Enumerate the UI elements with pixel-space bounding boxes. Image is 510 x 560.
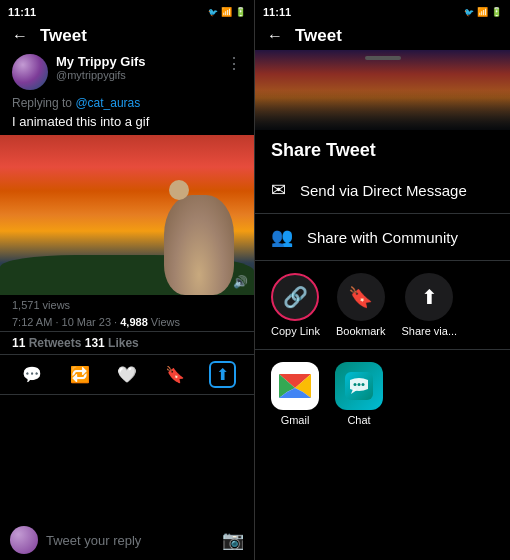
left-tweet-author: My Trippy Gifs @mytrippygifs ⋮	[0, 50, 254, 94]
copy-link-label: Copy Link	[271, 325, 320, 337]
volume-icon[interactable]: 🔊	[233, 275, 248, 289]
reply-placeholder[interactable]: Tweet your reply	[46, 533, 214, 548]
right-battery-icon: 🔋	[491, 7, 502, 17]
send-dm-option[interactable]: ✉ Send via Direct Message	[255, 169, 510, 211]
bookmark-item[interactable]: 🔖 Bookmark	[336, 273, 386, 337]
copy-link-circle: 🔗	[271, 273, 319, 321]
left-avatar-image	[12, 54, 48, 90]
share-community-option[interactable]: 👥 Share with Community	[255, 216, 510, 258]
retweet-button[interactable]: 🔁	[66, 361, 94, 388]
left-reply-to: Replying to @cat_auras	[0, 94, 254, 112]
share-icons-row: 🔗 Copy Link 🔖 Bookmark ⬆ Share via...	[255, 263, 510, 347]
drag-handle	[365, 56, 401, 60]
left-author-name: My Trippy Gifs	[56, 54, 218, 69]
share-divider-3	[255, 349, 510, 350]
left-stats: 11 Retweets 131 Likes	[0, 331, 254, 355]
right-status-bar: 11:11 🐦 📶 🔋	[255, 0, 510, 22]
community-label: Share with Community	[307, 229, 458, 246]
left-panel: 11:11 🐦 📶 🔋 ← Tweet My Trippy Gifs @mytr…	[0, 0, 255, 560]
chat-item[interactable]: Chat	[335, 362, 383, 426]
left-action-bar: 💬 🔁 🤍 🔖 ⬆	[0, 355, 254, 395]
share-divider-2	[255, 260, 510, 261]
dm-label: Send via Direct Message	[300, 182, 467, 199]
left-timestamp: 7:12 AM · 10 Mar 23 · 4,988 Views	[0, 315, 254, 329]
copy-link-item[interactable]: 🔗 Copy Link	[271, 273, 320, 337]
left-back-button[interactable]: ←	[12, 27, 28, 45]
right-tweet-preview	[255, 50, 510, 130]
community-icon: 👥	[271, 226, 293, 248]
battery-icon: 🔋	[235, 7, 246, 17]
svg-point-9	[362, 383, 365, 386]
left-page-title: Tweet	[40, 26, 87, 46]
right-panel: 11:11 🐦 📶 🔋 ← Tweet Share Tweet ✉ Send v…	[255, 0, 510, 560]
right-back-button[interactable]: ←	[267, 27, 283, 45]
share-button[interactable]: ⬆	[209, 361, 236, 388]
gmail-item[interactable]: Gmail	[271, 362, 319, 426]
share-via-circle: ⬆	[405, 273, 453, 321]
right-page-title: Tweet	[295, 26, 342, 46]
chat-label: Chat	[347, 414, 370, 426]
dm-icon: ✉	[271, 179, 286, 201]
signal-icon: 📶	[221, 7, 232, 17]
left-image-cat	[164, 195, 234, 295]
share-tweet-title: Share Tweet	[255, 130, 510, 169]
left-author-info: My Trippy Gifs @mytrippygifs	[56, 54, 218, 81]
left-tweet-header: ← Tweet	[0, 22, 254, 50]
like-button[interactable]: 🤍	[113, 361, 141, 388]
share-via-label: Share via...	[401, 325, 457, 337]
left-avatar[interactable]	[12, 54, 48, 90]
left-status-icons: 🐦 📶 🔋	[208, 7, 246, 17]
left-tweet-text: I animated this into a gif	[0, 112, 254, 135]
left-reply-handle[interactable]: @cat_auras	[75, 96, 140, 110]
bookmark-circle: 🔖	[337, 273, 385, 321]
twitter-status-icon: 🐦	[208, 8, 218, 17]
svg-point-8	[358, 383, 361, 386]
gmail-label: Gmail	[281, 414, 310, 426]
left-time: 11:11	[8, 6, 36, 18]
left-status-bar: 11:11 🐦 📶 🔋	[0, 0, 254, 22]
left-views: 1,571 views	[0, 295, 254, 315]
share-divider-1	[255, 213, 510, 214]
left-author-handle: @mytrippygifs	[56, 69, 218, 81]
reply-avatar	[10, 526, 38, 554]
left-tweet-image[interactable]: 🔊	[0, 135, 254, 295]
left-more-button[interactable]: ⋮	[226, 54, 242, 73]
right-signal-icon: 📶	[477, 7, 488, 17]
gmail-icon	[271, 362, 319, 410]
chat-icon-box	[335, 362, 383, 410]
camera-icon[interactable]: 📷	[222, 529, 244, 551]
reply-button[interactable]: 💬	[18, 361, 46, 388]
app-icons-row: Gmail	[255, 352, 510, 436]
left-reply-input-bar: Tweet your reply 📷	[0, 520, 254, 560]
share-via-item[interactable]: ⬆ Share via...	[401, 273, 457, 337]
right-status-icons: 🐦 📶 🔋	[464, 7, 502, 17]
bookmark-button[interactable]: 🔖	[161, 361, 189, 388]
right-twitter-icon: 🐦	[464, 8, 474, 17]
svg-point-7	[354, 383, 357, 386]
bookmark-label: Bookmark	[336, 325, 386, 337]
right-preview-overlay	[255, 90, 510, 130]
right-time: 11:11	[263, 6, 291, 18]
right-tweet-header: ← Tweet	[255, 22, 510, 50]
